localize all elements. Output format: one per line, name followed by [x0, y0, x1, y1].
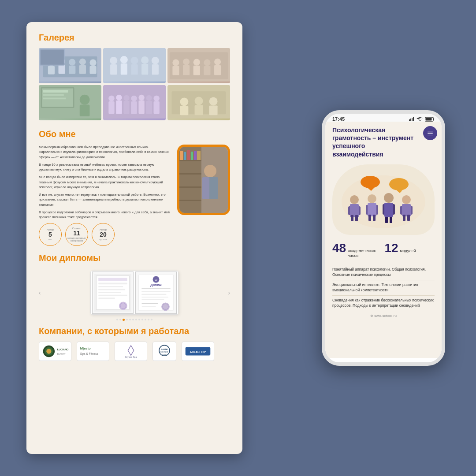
phone-mockup: 17:45	[322, 110, 445, 366]
about-text: Моим первым образованием было преподаван…	[39, 145, 170, 246]
diploma-image: Ψ Диплом	[90, 271, 178, 315]
svg-rect-76	[184, 152, 186, 160]
gallery-grid	[39, 48, 230, 120]
dot-2	[119, 319, 121, 320]
svg-point-43	[80, 95, 90, 105]
svg-rect-91	[98, 295, 127, 296]
dot-5	[129, 319, 131, 320]
phone-stats: 48 академическихчасов 12 модулей	[332, 241, 435, 259]
about-para-4: И вот же, спустя много лет вернулась к п…	[39, 192, 170, 207]
left-panel-website: Галерея	[26, 22, 242, 454]
stat-speaker-sublabel: международных конгрессов	[67, 237, 86, 242]
svg-rect-51	[123, 101, 129, 114]
svg-point-64	[195, 97, 203, 105]
phone-stat-modules-number: 12	[384, 241, 398, 255]
svg-rect-156	[368, 215, 371, 221]
svg-point-31	[193, 59, 200, 66]
svg-rect-131	[412, 118, 413, 121]
phone-list-item-1: Понятийный аппарат психологии. Общая пси…	[332, 265, 435, 280]
svg-rect-65	[195, 105, 203, 115]
svg-rect-36	[214, 65, 221, 75]
phone-list: Понятийный аппарат психологии. Общая пси…	[332, 265, 435, 310]
dot-4	[126, 319, 128, 320]
svg-point-62	[180, 97, 188, 106]
phone-stat-hours-number: 48	[332, 241, 346, 255]
stat-courses: Автор 20 курсов	[92, 223, 115, 246]
svg-rect-72	[179, 173, 201, 175]
diploma-left	[92, 271, 134, 314]
svg-text:АНЕКС ТУР: АНЕКС ТУР	[190, 350, 207, 353]
svg-rect-160	[403, 215, 405, 221]
svg-rect-5	[58, 65, 65, 74]
svg-rect-161	[407, 215, 410, 221]
dot-12	[151, 319, 152, 320]
svg-rect-89	[98, 289, 125, 290]
svg-point-52	[131, 96, 137, 101]
diploma-dots	[39, 319, 230, 321]
about-para-5: В процессе подготовки вебинаров я открыв…	[39, 210, 170, 220]
svg-text:BEAUTY: BEAUTY	[57, 353, 66, 355]
svg-rect-13	[41, 50, 64, 65]
svg-rect-16	[110, 64, 117, 75]
phone-list-item-3: Сновидения как отражение бессознательных…	[332, 296, 435, 311]
about-para-2: В конце 90-х реализовала первый wellness…	[39, 162, 170, 172]
svg-point-81	[204, 165, 216, 177]
svg-point-133	[420, 120, 421, 122]
svg-rect-78	[191, 152, 193, 160]
svg-point-27	[172, 60, 179, 66]
companies-section: Компании, с которыми я работала LUCIANO …	[39, 326, 230, 361]
about-para-1: Моим первым образованием было преподаван…	[39, 145, 170, 160]
svg-point-8	[79, 59, 86, 65]
svg-text:BOUTIQUE: BOUTIQUE	[160, 352, 168, 353]
svg-rect-107	[141, 304, 158, 304]
gallery-section: Галерея	[39, 33, 230, 120]
logo-bastai: BASTAI BOUTIQUE HOTEL	[152, 342, 176, 361]
svg-rect-11	[89, 66, 96, 74]
dot-9	[141, 319, 143, 320]
svg-rect-80	[197, 151, 201, 160]
svg-rect-150	[384, 203, 393, 217]
svg-point-19	[130, 57, 138, 64]
gallery-title: Галерея	[39, 33, 230, 43]
phone-stat-hours: 48 академическихчасов	[332, 241, 376, 259]
about-title: Обо мне	[39, 129, 230, 139]
svg-rect-18	[121, 63, 127, 75]
svg-rect-115	[78, 342, 108, 361]
phone-content: Психологическая грамотность – инструмент…	[325, 122, 442, 358]
svg-rect-59	[154, 101, 160, 114]
gallery-photo-4	[39, 85, 101, 120]
dot-11	[148, 319, 149, 320]
svg-rect-28	[172, 66, 179, 75]
phone-menu-button[interactable]	[423, 126, 437, 140]
svg-point-112	[46, 349, 51, 354]
svg-rect-129	[409, 119, 410, 121]
svg-point-54	[138, 95, 144, 100]
svg-point-152	[402, 195, 411, 204]
svg-rect-20	[131, 64, 138, 75]
hamburger-icon	[428, 131, 433, 136]
about-para-3: Мне всегда было интересно то, чем я зани…	[39, 175, 170, 190]
dot-8	[138, 319, 140, 320]
about-photo	[177, 145, 230, 215]
diploma-nav-left[interactable]: ‹	[39, 289, 41, 296]
svg-point-56	[146, 95, 152, 101]
phone-main-title: Психологическая грамотность – инструмент…	[332, 126, 435, 158]
svg-rect-53	[131, 101, 137, 114]
phone-footer-url: swic-school.ru	[374, 314, 397, 318]
svg-point-48	[116, 95, 122, 100]
svg-rect-49	[116, 100, 122, 114]
svg-point-10	[89, 60, 96, 66]
svg-point-143	[350, 195, 359, 204]
dot-3	[123, 319, 125, 321]
svg-rect-57	[146, 101, 152, 114]
svg-point-17	[120, 56, 128, 63]
svg-rect-74	[179, 200, 201, 201]
svg-rect-32	[193, 66, 200, 75]
svg-point-149	[384, 193, 394, 203]
dot-7	[135, 319, 137, 320]
svg-rect-104	[141, 299, 164, 300]
svg-rect-130	[410, 119, 411, 121]
right-panel-phone: 17:45	[317, 106, 450, 370]
diploma-nav-right[interactable]: ›	[228, 289, 230, 296]
svg-rect-44	[80, 104, 90, 116]
